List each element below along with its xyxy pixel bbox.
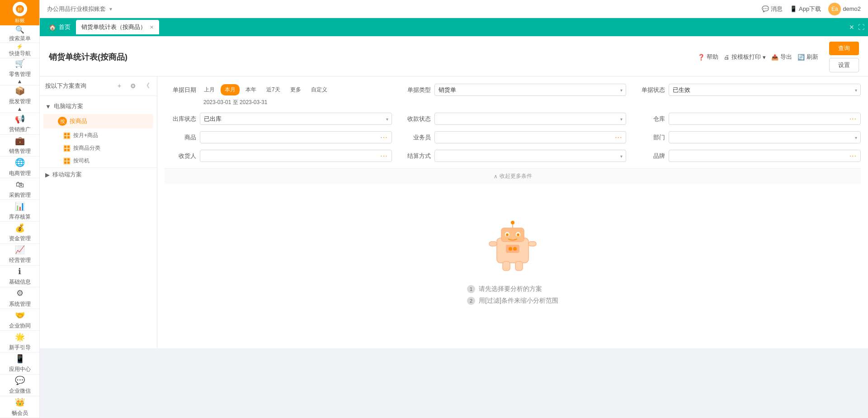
- sidebar-item-wholesale[interactable]: 📦 批发管理 ▲: [0, 86, 40, 113]
- print-arrow: ▾: [763, 54, 766, 61]
- warehouse2-dots-btn[interactable]: ···: [846, 115, 860, 123]
- date-tab-last-month[interactable]: 上月: [200, 84, 219, 95]
- filter-row-2: 出库状态 已出库 收款状态: [165, 113, 861, 125]
- sidebar-item-finance[interactable]: 💰 资金管理: [0, 222, 40, 243]
- payment-select[interactable]: [434, 150, 627, 162]
- date-tab-this-year[interactable]: 本年: [241, 84, 260, 95]
- print-btn[interactable]: 🖨 按模板打印 ▾: [724, 53, 766, 61]
- salesman-input[interactable]: [435, 132, 611, 143]
- sidebar: 好 标账 🔍 搜索菜单 ⚡ 快捷导航 🛒 零售管理 ▲ 📦 批发管理 ▲ 📢 营…: [0, 0, 40, 418]
- warehouse-status-select[interactable]: 已出库: [200, 113, 392, 125]
- sidebar-item-sales[interactable]: 💼 销售管理: [0, 135, 40, 157]
- tab-sales-report[interactable]: 销货单统计表（按商品） ✕: [76, 20, 159, 34]
- payment-label: 结算方式: [399, 152, 431, 160]
- settings-button[interactable]: 设置: [829, 58, 859, 72]
- home-icon: 🏠: [49, 24, 56, 31]
- filter-collection-cell: 收款状态: [399, 113, 627, 125]
- user-menu-btn[interactable]: Ea demo2: [828, 3, 861, 15]
- tree-item-by-product-label: 按商品: [70, 117, 87, 125]
- page-title: 销货单统计表(按商品): [49, 52, 127, 62]
- filter-row-1: 单据日期 上月 本月 本年 近7天 更多 自定义: [165, 84, 861, 96]
- edit-scheme-btn[interactable]: ⚙: [128, 81, 138, 91]
- page-content: 销货单统计表(按商品) ❓ 帮助 🖨 按模板打印 ▾ 📤: [40, 36, 868, 418]
- empty-tip-2: 2 用[过滤]条件来缩小分析范围: [467, 297, 558, 305]
- sidebar-logo[interactable]: 好 标账: [0, 0, 40, 25]
- svg-rect-24: [503, 261, 510, 271]
- svg-rect-8: [64, 149, 66, 151]
- empty-tips: 1 请先选择要分析的方案 2 用[过滤]条件来缩小分析范围: [467, 285, 558, 305]
- tree-item-by-product[interactable]: 按 按商品: [43, 114, 153, 128]
- tree-sub-item-driver[interactable]: 按司机: [43, 155, 153, 167]
- sidebar-item-newbie[interactable]: 🌟 新手引导: [0, 331, 40, 352]
- tab-close-icon[interactable]: ✕: [150, 24, 154, 30]
- collapse-chevron-icon: ∧: [494, 173, 498, 180]
- dept-select[interactable]: [669, 131, 861, 143]
- sidebar-item-ecom[interactable]: 🌐 电商管理: [0, 157, 40, 178]
- app-download-btn[interactable]: 📱 App下载: [790, 5, 821, 13]
- tree-group-mobile[interactable]: ▶ 移动端方案: [40, 167, 157, 181]
- sidebar-item-member[interactable]: 👑 畅会员: [0, 396, 40, 418]
- filter-dept-cell: 部门: [633, 131, 861, 143]
- sidebar-item-operation[interactable]: 📈 经营管理: [0, 244, 40, 266]
- sidebar-search-item[interactable]: 🔍 搜索菜单: [0, 25, 40, 43]
- tree-sub-item-month-product[interactable]: 按月+商品: [43, 129, 153, 142]
- nav-icon: ⚡: [16, 43, 23, 50]
- appstore-icon: 📱: [15, 353, 25, 365]
- brand-dots-btn[interactable]: ···: [846, 152, 860, 160]
- filter-warehouse2-cell: 仓库 ···: [633, 113, 861, 125]
- top-bar-arrow: ▾: [109, 6, 112, 12]
- svg-rect-15: [501, 228, 524, 242]
- sidebar-item-purchase[interactable]: 🛍 采购管理: [0, 178, 40, 200]
- svg-rect-23: [528, 242, 536, 246]
- filter-brand-cell: 品牌 ···: [633, 150, 861, 162]
- sidebar-item-wechat[interactable]: 💬 企业微信: [0, 375, 40, 396]
- finance-icon: 💰: [15, 223, 25, 234]
- sidebar-item-system[interactable]: ⚙ 系统管理: [0, 287, 40, 309]
- collapse-bar[interactable]: ∧ 收起更多条件: [165, 168, 861, 184]
- brand-input[interactable]: [669, 150, 845, 162]
- date-tab-more[interactable]: 更多: [286, 84, 305, 95]
- search-icon: 🔍: [15, 25, 24, 34]
- refresh-btn[interactable]: 🔄 刷新: [797, 53, 818, 61]
- recipient-dots-btn[interactable]: ···: [377, 152, 391, 160]
- help-btn[interactable]: ❓ 帮助: [698, 53, 718, 61]
- export-btn[interactable]: 📤 导出: [771, 53, 792, 61]
- header-actions: ❓ 帮助 🖨 按模板打印 ▾ 📤 导出 🔄: [698, 53, 818, 61]
- sidebar-item-appstore[interactable]: 📱 应用中心: [0, 352, 40, 374]
- add-scheme-btn[interactable]: ＋: [114, 81, 124, 91]
- order-status-select[interactable]: 已生效: [669, 84, 861, 96]
- tab-close-all-icon[interactable]: ✕: [849, 24, 854, 31]
- tree-group-desktop[interactable]: ▼ 电脑端方案: [40, 100, 157, 113]
- filter-product-cell: 商品 ···: [165, 131, 392, 143]
- product-input[interactable]: [200, 132, 377, 143]
- collection-select[interactable]: [434, 113, 627, 125]
- collapse-panel-btn[interactable]: 《: [142, 81, 151, 91]
- content-layout: 按以下方案查询 ＋ ⚙ 《 ▼ 电脑端方案 按 按商品: [40, 76, 868, 348]
- warehouse2-input[interactable]: [669, 113, 845, 124]
- export-icon: 📤: [771, 54, 778, 61]
- date-tab-custom[interactable]: 自定义: [307, 84, 331, 95]
- operation-icon: 📈: [15, 244, 25, 256]
- tree-sub-item-month-label: 按月+商品: [73, 132, 98, 139]
- sidebar-item-marketing[interactable]: 📢 营销推广: [0, 113, 40, 135]
- order-type-select[interactable]: 销货单: [434, 84, 627, 96]
- top-bar: 办公用品行业模拟账套 ▾ 💬 消息 📱 App下载 Ea demo2: [40, 0, 868, 18]
- product-dots-btn[interactable]: ···: [377, 133, 391, 142]
- inventory-icon: 📊: [15, 201, 25, 212]
- right-panel: 单据日期 上月 本月 本年 近7天 更多 自定义: [157, 76, 868, 348]
- salesman-dots-btn[interactable]: ···: [611, 133, 626, 142]
- tab-home[interactable]: 🏠 首页: [43, 20, 76, 34]
- sidebar-item-retail[interactable]: 🛒 零售管理 ▲: [0, 58, 40, 86]
- sidebar-item-cooperation[interactable]: 🤝 企业协同: [0, 309, 40, 331]
- sidebar-item-inventory[interactable]: 📊 库存核算: [0, 200, 40, 222]
- sidebar-item-basics[interactable]: ℹ 基础信息: [0, 266, 40, 287]
- query-button[interactable]: 查询: [829, 42, 859, 55]
- recipient-input[interactable]: [200, 150, 377, 162]
- tab-maximize-icon[interactable]: ⛶: [858, 24, 864, 31]
- date-tab-7days[interactable]: 近7天: [262, 84, 284, 95]
- brand-control: ···: [669, 150, 861, 162]
- sidebar-nav-item[interactable]: ⚡ 快捷导航: [0, 43, 40, 58]
- date-tab-this-month[interactable]: 本月: [221, 84, 240, 95]
- tree-sub-item-category[interactable]: 按商品分类: [43, 142, 153, 154]
- message-btn[interactable]: 💬 消息: [762, 5, 783, 13]
